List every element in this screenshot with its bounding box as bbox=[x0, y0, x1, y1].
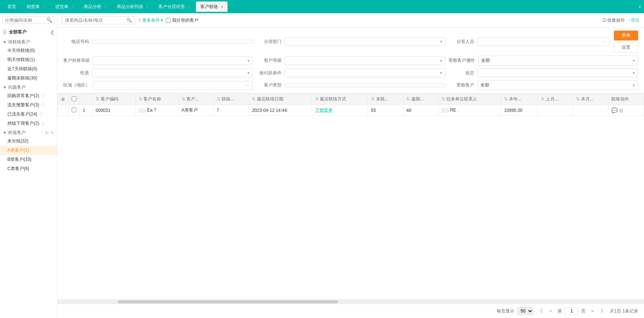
page-size-select[interactable]: 50 bbox=[517, 307, 533, 315]
batch-operation-button[interactable]: ☑ 批量操作 bbox=[602, 17, 625, 24]
sidebar-item-7days[interactable]: 近7天待联络(0) bbox=[0, 64, 57, 74]
filter-row-4: 区域（地区） ··· 客户类型 零散客户 全部 ▾ bbox=[63, 80, 638, 90]
horizontal-scrollbar[interactable] bbox=[57, 299, 644, 304]
nav-tab-home[interactable]: 首页 bbox=[3, 1, 21, 12]
page-size-label: 每页显示 bbox=[497, 308, 514, 314]
table-header-row: ⚙ ⇅ 客户编码 ⇅ 客户名称 ⇅ 客户... ⇅ 联络... ⇅ 最后联络日期… bbox=[58, 94, 644, 105]
search-icon: 🔍 bbox=[126, 18, 132, 23]
my-customers-check[interactable] bbox=[166, 18, 171, 23]
sidebar-item-ungrouped[interactable]: 未分组(32) bbox=[0, 137, 57, 146]
sort-icon: ⇅ bbox=[504, 96, 508, 102]
main-layout: 🔍 ⣿ 全部客户 ❮ ▼ 待联络客户 今天待联络(0) 明天待联络(1) 近7天… bbox=[0, 13, 644, 318]
nav-tab-analysis[interactable]: 商品分析 × bbox=[79, 1, 111, 12]
retail-attr-select[interactable]: 全部 ▾ bbox=[478, 56, 638, 66]
group-value-customers[interactable]: ▼ 价值客户 ↻ ✎ bbox=[0, 128, 57, 137]
close-icon[interactable]: × bbox=[221, 5, 223, 9]
prev-page-button[interactable]: ＜ bbox=[547, 307, 555, 315]
customer-type-input[interactable] bbox=[285, 84, 446, 87]
th-code[interactable]: ⇅ 客户编码 bbox=[93, 94, 136, 105]
sidebar-item-class-a[interactable]: A类客户(1) bbox=[0, 146, 57, 155]
th-action: 联络动作 bbox=[608, 94, 644, 105]
first-page-button[interactable]: 《 bbox=[536, 307, 544, 315]
th-type[interactable]: ⇅ 客户... bbox=[178, 94, 214, 105]
sidebar-item-declining[interactable]: 持续下滑客户(2) ⓘ bbox=[0, 119, 57, 128]
customer-level-select[interactable]: ▾ bbox=[285, 56, 446, 65]
chat-action-icon[interactable]: 💬 bbox=[611, 107, 618, 113]
setting-button[interactable]: 设置 bbox=[614, 42, 638, 53]
query-button[interactable]: 查询 bbox=[614, 31, 638, 40]
cell-last-method[interactable]: 下销货单 bbox=[312, 105, 368, 116]
sort-icon: ⇅ bbox=[315, 96, 319, 102]
close-icon[interactable]: × bbox=[188, 5, 190, 9]
chevron-down-icon: ▾ bbox=[633, 70, 635, 75]
edit-icon[interactable]: ✎ bbox=[50, 130, 54, 135]
search-box[interactable]: 🔍 bbox=[62, 16, 135, 24]
sidebar-item-churned[interactable]: 已流失客户(24) ⓘ bbox=[0, 110, 57, 119]
manager-input[interactable]: ··· bbox=[477, 37, 609, 46]
retail-select[interactable]: 全部 ▾ bbox=[477, 80, 638, 90]
retail-label: 零散客户 bbox=[448, 82, 474, 88]
th-gear[interactable]: ⚙ bbox=[58, 94, 69, 105]
sidebar-search-box[interactable]: 🔍 bbox=[2, 16, 55, 24]
my-customers-checkbox[interactable]: 我分管的客户 bbox=[166, 17, 198, 24]
nav-tab-segment[interactable]: 客户分层经营 × bbox=[154, 1, 194, 12]
search-input[interactable] bbox=[65, 18, 125, 23]
sidebar-item-repurchase-abnormal[interactable]: 回购异常客户(2) ⓘ bbox=[0, 91, 57, 100]
phone-input[interactable] bbox=[92, 40, 253, 43]
sidebar-item-overdue[interactable]: 逾期未联络(30) bbox=[0, 74, 57, 83]
sort-icon: ⇅ bbox=[371, 96, 375, 102]
group-pending-contact[interactable]: ▼ 待联络客户 bbox=[0, 38, 57, 46]
page-number-input[interactable] bbox=[565, 307, 578, 315]
export-button[interactable]: ↑ 导出 bbox=[628, 17, 640, 24]
scrollbar-thumb[interactable] bbox=[118, 300, 338, 303]
group-problem-customers[interactable]: ▼ 问题客户 bbox=[0, 83, 57, 91]
sidebar-item-tomorrow[interactable]: 明天待联络(1) bbox=[0, 55, 57, 64]
sidebar-search-input[interactable] bbox=[5, 18, 45, 23]
filter-status: 状态 ▾ bbox=[448, 68, 638, 77]
cell-name: Ea ? bbox=[135, 105, 178, 116]
th-last-date[interactable]: ⇅ 最后联络日期 bbox=[249, 94, 312, 105]
refresh-icon[interactable]: ↻ bbox=[45, 130, 49, 135]
collapse-icon[interactable]: ❮ bbox=[50, 30, 54, 35]
th-contact[interactable]: ⇅ 联络... bbox=[214, 94, 249, 105]
th-this-month[interactable]: ⇅ 本月... bbox=[573, 94, 608, 105]
nature-select[interactable]: ▾ bbox=[92, 68, 253, 77]
select-all-checkbox[interactable] bbox=[72, 96, 76, 101]
all-customers-header[interactable]: ⣿ 全部客户 ❮ bbox=[0, 27, 57, 38]
qr-action-icon[interactable]: ⊞ bbox=[619, 107, 623, 113]
close-icon[interactable]: × bbox=[146, 5, 149, 9]
sidebar-item-today[interactable]: 今天待联络(0) bbox=[0, 46, 57, 55]
price-level-select[interactable]: ▾ bbox=[93, 56, 253, 65]
row-checkbox[interactable] bbox=[72, 107, 76, 112]
close-all-button[interactable]: × bbox=[638, 3, 641, 10]
next-page-button[interactable]: ＞ bbox=[588, 307, 596, 315]
th-last-month[interactable]: ⇅ 上月... bbox=[538, 94, 573, 105]
th-last-method[interactable]: ⇅ 最后联络方式 bbox=[312, 94, 368, 105]
more-filter-button[interactable]: ▽ 更多条件 ▾ bbox=[138, 17, 163, 24]
close-icon[interactable]: × bbox=[43, 5, 45, 9]
sort-icon: ⇅ bbox=[217, 96, 221, 102]
nav-tab-sales[interactable]: 销货单 × bbox=[22, 1, 49, 12]
close-icon[interactable]: × bbox=[104, 5, 107, 9]
th-this-year[interactable]: ⇅ 本年... bbox=[501, 94, 538, 105]
th-no-contact[interactable]: ⇅ 未联... bbox=[368, 94, 403, 105]
status-select[interactable]: ▾ bbox=[477, 68, 638, 77]
th-check[interactable] bbox=[69, 94, 80, 105]
nav-tab-purchase[interactable]: 进货单 × bbox=[51, 1, 78, 12]
region-input[interactable]: ··· bbox=[93, 81, 253, 90]
th-overdue[interactable]: ⇅ 逾期... bbox=[403, 94, 439, 105]
cell-check[interactable] bbox=[69, 105, 80, 116]
sidebar-item-class-b[interactable]: B类客户(33) bbox=[0, 155, 57, 164]
sidebar-item-churn-warning[interactable]: 流失预警客户(3) ⓘ bbox=[0, 100, 57, 110]
th-contact-person[interactable]: ⇅ 往来单位联系人 bbox=[439, 94, 501, 105]
th-name[interactable]: ⇅ 客户名称 bbox=[135, 94, 178, 105]
sidebar-item-class-c[interactable]: C类客户(6) bbox=[0, 164, 57, 173]
nav-tab-contact[interactable]: 客户联络 × bbox=[196, 1, 228, 12]
data-table-container: ⚙ ⇅ 客户编码 ⇅ 客户名称 ⇅ 客户... ⇅ 联络... ⇅ 最后联络日期… bbox=[57, 93, 644, 299]
dept-select[interactable]: ▾ bbox=[285, 37, 446, 46]
last-page-button[interactable]: 》 bbox=[599, 307, 607, 315]
nav-tab-analysis-list[interactable]: 商品分析列表 × bbox=[112, 1, 153, 12]
tab-label: 客户分层经营 bbox=[158, 4, 185, 10]
close-icon[interactable]: × bbox=[71, 5, 74, 9]
payment-select[interactable]: ▾ bbox=[285, 68, 446, 77]
